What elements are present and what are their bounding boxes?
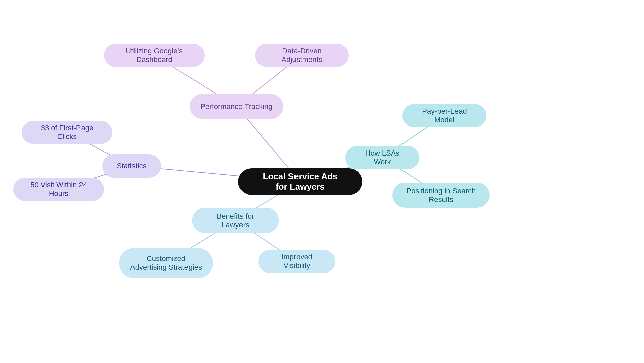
benefits-lawyers-node: Benefits for Lawyers xyxy=(192,208,279,233)
performance-tracking-node: Performance Tracking xyxy=(190,94,283,119)
statistics-node: Statistics xyxy=(102,154,161,178)
data-driven-node: Data-Driven Adjustments xyxy=(255,44,349,67)
how-lsas-work-node: How LSAs Work xyxy=(345,146,419,169)
mindmap-container: Local Service Ads for LawyersPerformance… xyxy=(0,0,644,363)
customized-advertising-node: Customized Advertising Strategies xyxy=(119,248,213,278)
pay-per-lead-node: Pay-per-Lead Model xyxy=(402,104,486,127)
first-page-clicks-node: 33 of First-Page Clicks xyxy=(22,121,112,144)
utilizing-dashboard-node: Utilizing Google's Dashboard xyxy=(104,44,205,67)
visit-24hours-node: 50 Visit Within 24 Hours xyxy=(13,178,104,201)
improved-visibility-node: Improved Visibility xyxy=(258,250,335,273)
positioning-node: Positioning in Search Results xyxy=(392,183,490,208)
center-node: Local Service Ads for Lawyers xyxy=(238,168,362,195)
